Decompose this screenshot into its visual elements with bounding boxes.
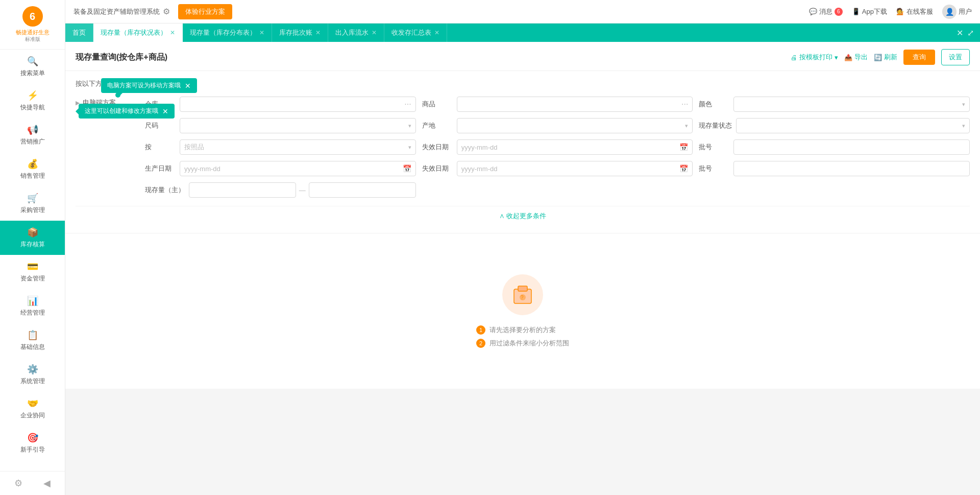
export-label: 导出 <box>854 53 868 62</box>
message-icon: 💬 <box>809 8 817 15</box>
logo-icon: 6 <box>22 6 43 27</box>
tooltip-2-close[interactable]: ✕ <box>162 107 168 115</box>
message-label: 消息 <box>819 7 832 16</box>
filter-header: 按以下方案查询 + ✎ « 电脑方案可设为移动方案哦 ✕ 这里可以创建和修改方案… <box>76 78 970 89</box>
origin-label: 产地 <box>422 121 453 130</box>
expire2-calendar-icon: 📅 <box>679 164 688 173</box>
expire-date-input[interactable]: yyyy-mm-dd 📅 <box>457 139 693 155</box>
tab-inventory-status-close[interactable]: ✕ <box>170 29 175 36</box>
sidebar-settings-btn[interactable]: ⚙ <box>14 478 22 489</box>
by-select[interactable]: 按照品 ▾ <box>180 139 416 155</box>
message-badge: 6 <box>835 8 843 16</box>
tab-recv-summary-label: 收发存汇总表 <box>391 28 431 37</box>
sidebar-item-label: 系统管理 <box>20 377 45 386</box>
header-app[interactable]: 📱 App下载 <box>852 7 887 16</box>
settings-btn[interactable]: 设置 <box>941 49 970 65</box>
export-btn[interactable]: 📤 导出 <box>844 53 868 62</box>
sidebar-item-inventory[interactable]: 📦 库存核算 <box>0 221 65 255</box>
sidebar-collapse-btn[interactable]: ◀ <box>43 478 51 489</box>
origin-select[interactable]: ▾ <box>457 118 693 133</box>
goods-input[interactable]: ··· <box>457 97 693 112</box>
by-select-text: 按照品 <box>184 143 204 152</box>
filter-size: 尺码 ▾ <box>145 118 416 133</box>
tab-batch-account[interactable]: 库存批次账 ✕ <box>272 23 328 42</box>
sidebar-item-marketing[interactable]: 📢 营销推广 <box>0 118 65 152</box>
tab-inventory-dist-label: 现存量（库存分布表） <box>190 28 256 37</box>
logo-name: 畅捷通好生意 <box>16 29 50 36</box>
filter-tooltip-2: 这里可以创建和修改方案哦 ✕ <box>79 104 175 119</box>
filter-row-1: 仓库 ··· 商品 ··· <box>145 97 970 112</box>
tabs-close-btn[interactable]: ✕ <box>957 28 963 38</box>
sidebar-item-sales[interactable]: 💰 销售管理 <box>0 152 65 186</box>
empty-tips: 1 请先选择要分析的方案 2 用过滤条件来缩小分析范围 <box>476 325 569 348</box>
page-title: 现存量查询(按仓库+商品) <box>76 52 167 63</box>
sidebar-item-label: 快捷导航 <box>20 103 45 112</box>
expire2-date-placeholder: yyyy-mm-dd <box>461 165 498 173</box>
expire2-date-input[interactable]: yyyy-mm-dd 📅 <box>457 161 693 176</box>
goods-dots[interactable]: ··· <box>681 100 688 109</box>
sidebar-item-label: 资金管理 <box>20 274 45 283</box>
by-arrow: ▾ <box>408 144 411 151</box>
sidebar-item-system[interactable]: ⚙️ 系统管理 <box>0 358 65 392</box>
tab-recv-summary[interactable]: 收发存汇总表 ✕ <box>384 23 447 42</box>
filter-produce-date: 生产日期 yyyy-mm-dd 📅 <box>145 161 416 176</box>
sidebar-item-ops[interactable]: 📊 经营管理 <box>0 289 65 323</box>
color-select[interactable]: ▾ <box>733 97 970 112</box>
tabs-fullscreen-btn[interactable]: ⤢ <box>967 28 974 38</box>
sidebar-bottom: ⚙ ◀ <box>0 471 65 495</box>
sidebar-item-label: 新手引导 <box>20 445 45 454</box>
batch2-label: 批号 <box>699 164 729 173</box>
sidebar-item-purchase[interactable]: 🛒 采购管理 <box>0 186 65 221</box>
sidebar-item-search[interactable]: 🔍 搜索菜单 <box>0 50 65 84</box>
search-btn[interactable]: 查询 <box>903 50 935 65</box>
filter-row-3: 按 按照品 ▾ 失效日期 yyyy-mm-dd 📅 <box>145 139 970 155</box>
trial-button[interactable]: 体验行业方案 <box>178 4 232 19</box>
tab-recv-summary-close[interactable]: ✕ <box>434 29 439 36</box>
qty-min-input[interactable] <box>189 182 296 198</box>
tooltip-1-close[interactable]: ✕ <box>185 82 191 90</box>
support-icon: 💁 <box>896 8 904 15</box>
qty-range: — <box>189 182 416 198</box>
tab-inventory-dist[interactable]: 现存量（库存分布表） ✕ <box>183 23 272 42</box>
page-header: 现存量查询(按仓库+商品) 🖨 按模板打印 ▾ 📤 导出 🔄 刷新 <box>65 42 980 71</box>
tab-inout-flow-label: 出入库流水 <box>335 28 369 37</box>
header-system: 装备及固定资产辅助管理系统 ⚙ <box>74 7 170 16</box>
sidebar-item-basic[interactable]: 📋 基础信息 <box>0 323 65 358</box>
tab-inventory-dist-close[interactable]: ✕ <box>259 29 264 36</box>
tab-home[interactable]: 首页 <box>65 23 93 42</box>
sidebar-item-label: 经营管理 <box>20 309 45 317</box>
filter-collapse-btn[interactable]: ∧ 收起更多条件 <box>76 206 970 226</box>
filter-body: ▶ 电脑端方案 ▶ 移动端方案 仓库 <box>76 97 970 204</box>
filter-color: 颜色 ▾ <box>699 97 970 112</box>
filter-tooltip-1: 电脑方案可设为移动方案哦 ✕ <box>101 78 197 93</box>
warehouse-input[interactable]: ··· <box>180 97 416 112</box>
sidebar-item-finance[interactable]: 💳 资金管理 <box>0 255 65 289</box>
print-btn[interactable]: 🖨 按模板打印 ▾ <box>791 53 838 62</box>
header-right: 💬 消息 6 📱 App下载 💁 在线客服 👤 用户 <box>809 5 972 19</box>
refresh-btn[interactable]: 🔄 刷新 <box>874 53 897 62</box>
tab-inout-flow-close[interactable]: ✕ <box>372 29 377 36</box>
user-avatar: 👤 <box>942 5 957 19</box>
qty-max-input[interactable] <box>309 182 416 198</box>
sidebar-item-enterprise[interactable]: 🤝 企业协同 <box>0 392 65 426</box>
header-gear-icon[interactable]: ⚙ <box>163 7 170 16</box>
warehouse-dots[interactable]: ··· <box>404 100 411 109</box>
sidebar-item-quicknav[interactable]: ⚡ 快捷导航 <box>0 84 65 118</box>
batch2-input[interactable] <box>733 161 970 176</box>
status-select[interactable]: ▾ <box>736 118 970 133</box>
filter-section: 按以下方案查询 + ✎ « 电脑方案可设为移动方案哦 ✕ 这里可以创建和修改方案… <box>65 71 980 233</box>
tab-inout-flow[interactable]: 出入库流水 ✕ <box>328 23 384 42</box>
tab-inventory-status-label: 现存量（库存状况表） <box>101 28 167 37</box>
sidebar-item-guide[interactable]: 🎯 新手引导 <box>0 426 65 460</box>
filter-origin: 产地 ▾ <box>422 118 693 133</box>
content-area: 现存量查询(按仓库+商品) 🖨 按模板打印 ▾ 📤 导出 🔄 刷新 <box>65 42 980 495</box>
header-message[interactable]: 💬 消息 6 <box>809 7 843 16</box>
batch-input[interactable] <box>733 139 970 155</box>
size-select[interactable]: ▾ <box>180 118 416 133</box>
tab-batch-account-close[interactable]: ✕ <box>315 29 321 36</box>
tab-inventory-status[interactable]: 现存量（库存状况表） ✕ <box>93 23 183 42</box>
produce-date-input[interactable]: yyyy-mm-dd 📅 <box>180 161 416 176</box>
logo-badge: 标准版 <box>25 36 40 43</box>
header-user[interactable]: 👤 用户 <box>942 5 972 19</box>
header-support[interactable]: 💁 在线客服 <box>896 7 933 16</box>
